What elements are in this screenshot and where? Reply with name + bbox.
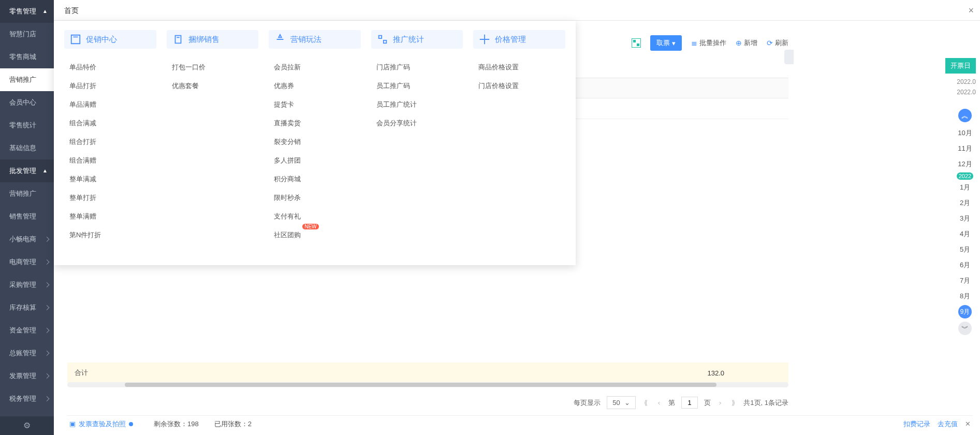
sidebar-item[interactable]: 资金管理 [0, 319, 54, 342]
mega-item[interactable]: 优惠套餐 [167, 77, 259, 95]
fetch-button[interactable]: 取票▾ [650, 35, 682, 51]
sidebar-item[interactable]: 采购管理 [0, 273, 54, 296]
mega-header: 推广统计 [371, 30, 463, 49]
mega-item[interactable]: 会员拉新 [269, 58, 361, 77]
mega-item[interactable]: 社区团购NEW [269, 226, 361, 244]
date-text: 2022.0 [945, 77, 976, 87]
new-badge: NEW [302, 224, 318, 229]
category-icon [274, 33, 286, 46]
settings-gear[interactable]: ⚙ [0, 416, 54, 435]
mega-item[interactable]: 组合满减 [64, 114, 156, 133]
timeline-current[interactable]: 9月 [958, 305, 972, 318]
category-icon [478, 33, 491, 46]
sidebar-item[interactable]: 电商管理 [0, 251, 54, 273]
sidebar-item[interactable]: 基础信息 [0, 137, 54, 160]
mega-item[interactable]: 门店推广码 [371, 58, 463, 77]
refresh-button[interactable]: ⟳刷新 [767, 38, 788, 48]
mega-item[interactable]: 积分商城 [269, 170, 361, 189]
mega-item[interactable]: 员工推广统计 [371, 95, 463, 114]
page-next[interactable]: › [717, 399, 723, 407]
caret-up-icon: ▲ [42, 160, 48, 182]
mega-item[interactable]: 员工推广码 [371, 77, 463, 95]
panel-collapse-handle[interactable] [784, 50, 794, 64]
mega-item[interactable]: 组合打折 [64, 133, 156, 151]
sidebar-item[interactable]: 总账管理 [0, 342, 54, 365]
horizontal-scrollbar[interactable] [67, 382, 788, 387]
timeline-down[interactable]: ︾ [958, 322, 972, 335]
mega-item[interactable]: 直播卖货 [269, 114, 361, 133]
plus-icon: ⊕ [736, 39, 742, 47]
mega-header: 捆绑销售 [167, 30, 259, 49]
mega-item[interactable]: 第N件打折 [64, 226, 156, 244]
mega-item[interactable]: 单品打折 [64, 77, 156, 95]
page-prev[interactable]: ‹ [656, 399, 662, 407]
timeline-month[interactable]: 3月 [954, 211, 976, 226]
sidebar-item[interactable]: 零售统计 [0, 114, 54, 137]
bottom-lead[interactable]: ▣ 发票查验及拍照 [69, 419, 133, 429]
timeline-up[interactable]: ︽ [958, 109, 972, 122]
timeline-month[interactable]: 11月 [954, 141, 976, 156]
sidebar-item[interactable]: 销售管理 [0, 205, 54, 228]
timeline-month[interactable]: 5月 [954, 242, 976, 257]
page-suffix: 页 [704, 398, 711, 408]
mega-header: 促销中心 [64, 30, 156, 49]
timeline-month[interactable]: 8月 [954, 288, 976, 304]
add-button[interactable]: ⊕新增 [736, 38, 757, 48]
per-page-label: 每页显示 [574, 398, 601, 408]
timeline-month[interactable]: 1月 [954, 180, 976, 195]
used-label: 已用张数：2 [214, 419, 252, 429]
mega-item[interactable]: 整单满减 [64, 170, 156, 189]
timeline-month[interactable]: 6月 [954, 257, 976, 273]
mega-item[interactable]: 优惠券 [269, 77, 361, 95]
sidebar-item[interactable]: 营销推广 [0, 68, 54, 91]
page-first[interactable]: ⟪ [642, 399, 650, 407]
sidebar-item[interactable]: 智慧门店 [0, 23, 54, 46]
mega-item[interactable]: 组合满赠 [64, 151, 156, 170]
mega-item[interactable]: 支付有礼 [269, 207, 361, 226]
mega-item[interactable]: 多人拼团 [269, 151, 361, 170]
sidebar-item[interactable]: 税务管理 [0, 387, 54, 410]
mega-item[interactable]: 单品满赠 [64, 95, 156, 114]
mega-item[interactable]: 裂变分销 [269, 133, 361, 151]
sidebar-item[interactable]: 营销推广 [0, 182, 54, 205]
mega-item[interactable]: 会员分享统计 [371, 114, 463, 133]
page-last[interactable]: ⟫ [729, 399, 737, 407]
sidebar-item[interactable]: 会员中心 [0, 91, 54, 114]
mega-item[interactable]: 整单打折 [64, 189, 156, 207]
mega-item[interactable]: 提货卡 [269, 95, 361, 114]
total-label: 合计 [75, 368, 88, 378]
mega-item[interactable]: 商品价格设置 [473, 58, 565, 77]
chevron-down-icon: ⌄ [624, 399, 630, 407]
qr-icon[interactable] [632, 38, 641, 48]
mega-item[interactable]: 门店价格设置 [473, 77, 565, 95]
sidebar-item[interactable]: 批发管理▲ [0, 160, 54, 182]
per-page-select[interactable]: 50⌄ [607, 396, 635, 409]
mega-item[interactable]: 单品特价 [64, 58, 156, 77]
timeline-month[interactable]: 4月 [954, 226, 976, 242]
refresh-icon: ⟳ [767, 39, 773, 47]
pager: 每页显示 50⌄ ⟪ ‹ 第 页 › ⟫ 共1页, 1条记录 [574, 396, 788, 409]
page-input[interactable] [681, 397, 698, 409]
mega-item[interactable]: 整单满赠 [64, 207, 156, 226]
tab[interactable]: 首页 [54, 0, 110, 21]
category-icon [69, 33, 82, 46]
timeline-month[interactable]: 7月 [954, 273, 976, 288]
mega-menu: 促销中心单品特价单品打折单品满赠组合满减组合打折组合满赠整单满减整单打折整单满赠… [54, 21, 576, 265]
timeline-month[interactable]: 2月 [954, 195, 976, 211]
invoice-date-button[interactable]: 开票日 [945, 58, 976, 74]
mega-item[interactable]: 限时秒杀 [269, 189, 361, 207]
total-amount: 132.0 [707, 369, 724, 377]
timeline-month[interactable]: 10月 [954, 125, 976, 141]
month-timeline: ︽ 10月11月12月20221月2月3月4月5月6月7月8月9月 ︾ [954, 109, 976, 335]
mega-header: 价格管理 [473, 30, 565, 49]
sidebar-item[interactable]: 小畅电商 [0, 228, 54, 251]
sidebar-item[interactable]: 发票管理 [0, 365, 54, 387]
batch-button[interactable]: ≣批量操作 [691, 38, 726, 48]
mega-item[interactable]: 打包一口价 [167, 58, 259, 77]
sidebar-item[interactable]: 库存核算 [0, 296, 54, 319]
year-badge: 2022 [957, 172, 973, 180]
timeline-month[interactable]: 12月 [954, 156, 976, 172]
sidebar-item[interactable]: 零售商城 [0, 46, 54, 68]
tab-bar-close[interactable]: × [962, 0, 980, 20]
sidebar-item[interactable]: 零售管理▲ [0, 0, 54, 23]
